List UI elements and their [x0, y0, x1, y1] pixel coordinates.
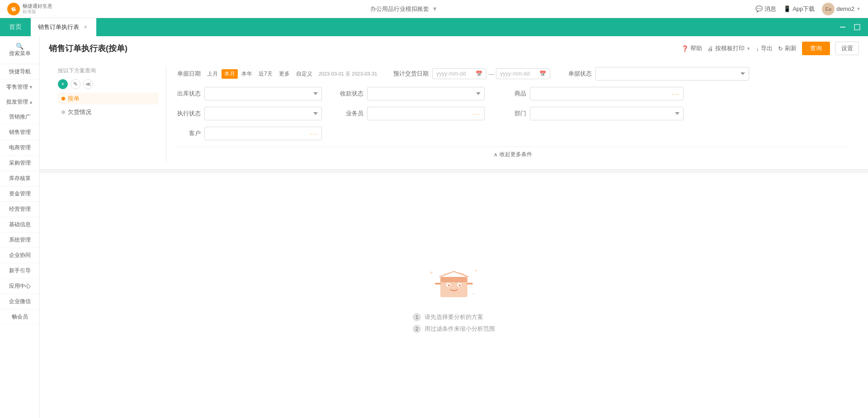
calendar-icon: 📅: [476, 71, 482, 77]
print-icon: 🖨: [708, 45, 713, 52]
expected-date-field: 预计交货日期 yyyy-mm-dd 📅 — yyyy-mm-dd 📅: [393, 68, 550, 79]
svg-rect-3: [854, 24, 860, 30]
sidebar-item-wechat[interactable]: 企业微信: [0, 294, 39, 309]
svg-text:✦: ✦: [474, 268, 478, 273]
tab-bar: 首页 销售订单执行表 ×: [0, 18, 868, 36]
date-tab-more[interactable]: 更多: [276, 69, 292, 79]
goods-dots[interactable]: ···: [672, 90, 679, 97]
page-header: 销售订单执行表(按单) ❓ 帮助 🖨 按模板打印 ▼ ↓ 导出: [40, 36, 868, 170]
sidebar-item-ecommerce[interactable]: 电商管理: [0, 140, 39, 156]
app-download-btn[interactable]: 📱 App下载: [783, 5, 815, 13]
sidebar-item-quick-nav[interactable]: 快捷导航: [0, 64, 39, 80]
sidebar-item-purchase[interactable]: 采购管理: [0, 156, 39, 171]
logo-icon: 畅: [7, 3, 20, 15]
goods-input[interactable]: ···: [530, 87, 684, 100]
query-button[interactable]: 查询: [802, 42, 830, 55]
doc-status-select[interactable]: [595, 67, 749, 81]
refresh-btn[interactable]: ↻ 刷新: [778, 44, 797, 52]
tip-num-2: 2: [413, 325, 421, 333]
date-tab-7days[interactable]: 近7天: [256, 69, 275, 79]
empty-state: ✦ ✦ ✦ 1 请先选择要分析的方案 2 用过滤条件来缩小分析范围: [40, 173, 868, 418]
top-bar-left: 畅 畅捷通好生意 标准版: [7, 3, 52, 15]
svg-text:畅: 畅: [11, 7, 16, 12]
export-btn[interactable]: ↓ 导出: [756, 44, 773, 52]
customer-field: 客户 ···: [175, 127, 322, 140]
empty-tip-1: 1 请先选择要分析的方案: [413, 313, 495, 321]
date-range-text: 2023-03-01 至 2023-03-31: [319, 71, 377, 77]
out-status-label: 出库状态: [175, 90, 201, 98]
scheme-item-backorder[interactable]: 欠货情况: [58, 106, 159, 118]
expected-date-from[interactable]: yyyy-mm-dd 📅: [432, 68, 486, 79]
salesperson-input[interactable]: ···: [367, 107, 485, 120]
sidebar-item-basics[interactable]: 基础信息: [0, 217, 39, 233]
expected-date-to[interactable]: yyyy-mm-dd 📅: [496, 68, 550, 79]
tab-active[interactable]: 销售订单执行表 ×: [31, 18, 96, 36]
message-btn[interactable]: 💬 消息: [755, 5, 776, 13]
sidebar-item-system[interactable]: 系统管理: [0, 233, 39, 248]
out-status-select[interactable]: [204, 87, 322, 100]
collapse-btn[interactable]: ∧ 收起更多条件: [494, 151, 532, 158]
sidebar-item-sales[interactable]: 销售管理: [0, 125, 39, 140]
chevron-down-icon: ▼: [29, 85, 33, 90]
receipt-status-select[interactable]: [367, 87, 485, 100]
date-tabs: 上月 本月 本年 近7天 更多 自定义: [204, 69, 315, 79]
help-btn[interactable]: ❓ 帮助: [681, 44, 702, 52]
date-tab-custom[interactable]: 自定义: [293, 69, 315, 79]
edit-scheme-btn[interactable]: ✎: [71, 79, 80, 89]
date-tab-prev-month[interactable]: 上月: [204, 69, 221, 79]
chevron-down-icon: ▼: [856, 6, 861, 11]
page-title-row: 销售订单执行表(按单) ❓ 帮助 🖨 按模板打印 ▼ ↓ 导出: [49, 42, 859, 55]
sidebar-item-operations[interactable]: 经营管理: [0, 202, 39, 217]
sidebar-item-apps[interactable]: 应用中心: [0, 279, 39, 294]
date-tab-this-year[interactable]: 本年: [239, 69, 255, 79]
filter-row-4: 客户 ···: [175, 127, 850, 140]
collapse-scheme-btn[interactable]: ≪: [83, 79, 93, 89]
filter-area: 按以下方案查询 + ✎ ≪ 按单 欠货情况: [49, 60, 859, 169]
sidebar-item-guide[interactable]: 新手引导: [0, 263, 39, 279]
sidebar-item-finance[interactable]: 资金管理: [0, 186, 39, 202]
customer-dots[interactable]: ···: [310, 130, 318, 137]
tab-maximize-btn[interactable]: [852, 22, 863, 33]
date-tab-this-month[interactable]: 本月: [222, 69, 238, 79]
page-title: 销售订单执行表(按单): [49, 43, 127, 54]
empty-tips: 1 请先选择要分析的方案 2 用过滤条件来缩小分析范围: [413, 313, 495, 333]
sidebar-item-member[interactable]: 畅会员: [0, 309, 39, 325]
date-label: 单据日期: [175, 70, 201, 78]
filter-conditions-panel: 单据日期 上月 本月 本年 近7天 更多 自定义 2023-03-01 至 20…: [166, 67, 850, 162]
tab-close-icon[interactable]: ×: [82, 24, 89, 31]
tab-home[interactable]: 首页: [0, 18, 31, 36]
search-menu-btn[interactable]: 🔍 搜索菜单: [4, 41, 36, 59]
salesperson-field: 业务员 ···: [338, 107, 485, 120]
top-bar: 畅 畅捷通好生意 标准版 办公用品行业模拟账套 ▼ 💬 消息 📱 App下载 E…: [0, 0, 868, 18]
sidebar-item-retail[interactable]: 零售管理 ▼: [0, 80, 39, 95]
filter-row-1: 单据日期 上月 本月 本年 近7天 更多 自定义 2023-03-01 至 20…: [175, 67, 850, 81]
main-container: 🔍 搜索菜单 快捷导航 零售管理 ▼ 批发管理 ▲ 营销推广 销售管理 电商管理…: [0, 36, 868, 418]
add-scheme-btn[interactable]: +: [58, 79, 68, 89]
chevron-up-icon: ▲: [29, 100, 33, 104]
filter-scheme-icons: + ✎ ≪: [58, 79, 159, 89]
exec-status-select[interactable]: [204, 107, 322, 120]
sidebar-item-marketing[interactable]: 营销推广: [0, 109, 39, 125]
scheme-item-order[interactable]: 按单: [58, 93, 159, 104]
chevron-down-icon: ▼: [746, 46, 751, 51]
dept-select[interactable]: [530, 107, 684, 120]
sidebar-item-wholesale[interactable]: 批发管理 ▲: [0, 95, 39, 109]
sidebar-item-collab[interactable]: 企业协同: [0, 248, 39, 263]
salesperson-dots[interactable]: ···: [473, 110, 481, 117]
chevron-down-icon: ▼: [432, 5, 438, 12]
customer-input[interactable]: ···: [204, 127, 322, 140]
filter-scheme-list: 按单 欠货情况: [58, 93, 159, 118]
date-field: 单据日期 上月 本月 本年 近7天 更多 自定义 2023-03-01 至 20…: [175, 69, 377, 79]
goods-field: 商品 ···: [501, 87, 850, 100]
tab-minimize-btn[interactable]: [837, 22, 848, 33]
refresh-icon: ↻: [778, 45, 783, 52]
goods-label: 商品: [501, 90, 526, 98]
company-selector[interactable]: 办公用品行业模拟账套 ▼: [370, 5, 438, 13]
settings-button[interactable]: 设置: [835, 42, 859, 55]
inactive-dot: [61, 110, 65, 114]
print-btn[interactable]: 🖨 按模板打印 ▼: [708, 44, 751, 52]
chevron-up-icon: ∧: [494, 152, 498, 158]
user-menu[interactable]: Ea demo2 ▼: [822, 3, 861, 15]
sidebar-item-inventory[interactable]: 库存核算: [0, 171, 39, 186]
tip-num-1: 1: [413, 313, 421, 321]
